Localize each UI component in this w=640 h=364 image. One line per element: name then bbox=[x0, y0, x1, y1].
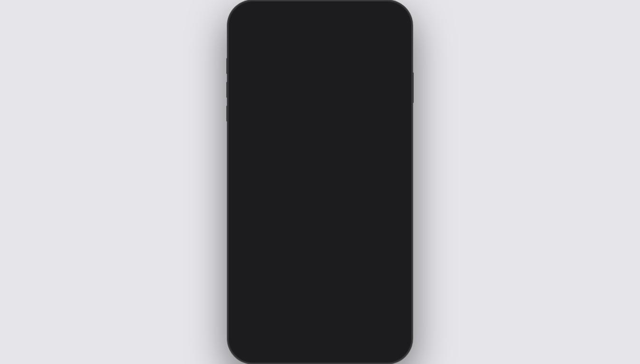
reaction-bar: ♥ 👍 👎 HAHA ‼ ? bbox=[256, 62, 398, 89]
more-label: More... bbox=[268, 302, 293, 312]
edit-label: Edit bbox=[268, 221, 282, 230]
reply-label: Reply bbox=[268, 167, 289, 176]
menu-item-undo-send[interactable]: Undo Send bbox=[260, 185, 398, 212]
reaction-heart[interactable]: ♥ bbox=[266, 67, 284, 85]
thumbs-down-icon: 👎 bbox=[310, 69, 323, 82]
menu-item-edit[interactable]: Edit bbox=[260, 212, 398, 239]
menu-item-more[interactable]: More... bbox=[260, 293, 398, 320]
content-area: ♥ 👍 👎 HAHA ‼ ? bbox=[233, 6, 407, 358]
dynamic-island bbox=[291, 12, 349, 29]
reaction-question[interactable]: ? bbox=[369, 67, 388, 85]
message-text: Hi lamb chop, it's only been an hour and… bbox=[264, 106, 385, 136]
reaction-exclaim[interactable]: ‼ bbox=[349, 67, 367, 85]
svg-point-8 bbox=[386, 307, 387, 307]
thumbs-up-icon: 👍 bbox=[289, 69, 302, 82]
ellipsis-icon bbox=[379, 302, 390, 312]
copy-label: Copy bbox=[268, 248, 287, 258]
reaction-thumbs-up[interactable]: 👍 bbox=[286, 67, 304, 85]
question-icon: ? bbox=[376, 69, 381, 82]
context-menu: Reply Undo Send bbox=[260, 158, 398, 320]
svg-rect-0 bbox=[383, 251, 389, 257]
svg-text:文: 文 bbox=[384, 278, 388, 282]
exclaim-icon: ‼ bbox=[355, 70, 360, 81]
reaction-haha[interactable]: HAHA bbox=[328, 67, 346, 85]
reaction-thumbs-down[interactable]: 👎 bbox=[307, 67, 325, 85]
pencil-icon bbox=[379, 220, 390, 231]
phone-wrapper: Contact Name ♥ 👍 👎 HAHA bbox=[227, 0, 413, 364]
menu-item-reply[interactable]: Reply bbox=[260, 158, 398, 185]
undo-icon bbox=[379, 193, 390, 204]
haha-icon: HAHA bbox=[333, 70, 341, 81]
heart-icon: ♥ bbox=[272, 69, 278, 82]
svg-point-6 bbox=[383, 307, 384, 307]
phone-screen: Contact Name ♥ 👍 👎 HAHA bbox=[233, 6, 407, 358]
message-bubble: Hi lamb chop, it's only been an hour and… bbox=[257, 98, 398, 145]
menu-item-copy[interactable]: Copy bbox=[260, 239, 398, 266]
svg-point-7 bbox=[384, 307, 385, 307]
copy-icon bbox=[379, 248, 390, 258]
translate-icon: A 文 bbox=[378, 274, 390, 286]
reply-icon bbox=[379, 166, 390, 177]
undo-send-label: Undo Send bbox=[268, 194, 309, 203]
menu-item-translate[interactable]: Translate A 文 bbox=[260, 266, 398, 293]
translate-label: Translate bbox=[268, 275, 301, 285]
svg-text:A: A bbox=[381, 278, 384, 282]
reaction-tail bbox=[296, 88, 302, 94]
